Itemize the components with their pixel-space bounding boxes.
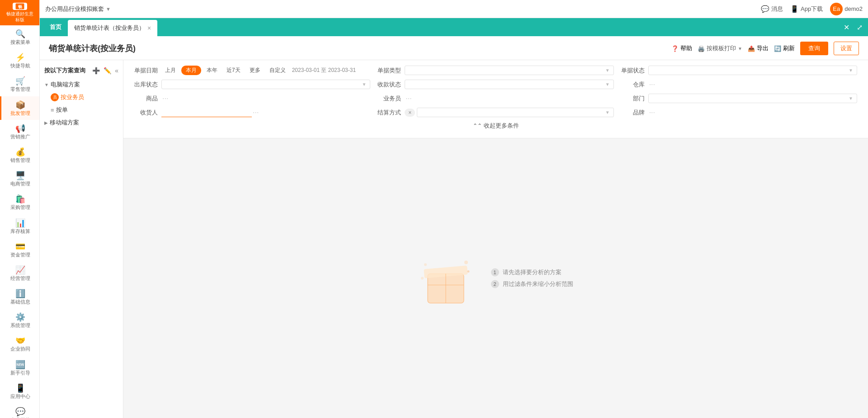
tree-item-order[interactable]: ≡ 按单 (40, 104, 123, 116)
sidebar-item-quicknav[interactable]: ⚡ 快捷导航 (0, 49, 39, 72)
collapse-label: 收起更多条件 (484, 122, 519, 130)
svg-point-7 (464, 261, 468, 264)
sidebar-item-appcenter[interactable]: 📱 应用中心 (0, 380, 39, 403)
type-select-arrow-icon: ▼ (605, 68, 610, 73)
sidebar-item-label: 快捷导航 (10, 63, 30, 69)
settings-button[interactable]: 设置 (834, 42, 859, 55)
filter-cell-type: 单据类型 ▼ (374, 66, 617, 75)
type-select[interactable]: ▼ (405, 66, 613, 75)
status-select[interactable]: ▼ (648, 66, 857, 75)
filter-cell-receiver: 收货人 ··· (131, 108, 374, 117)
refresh-btn[interactable]: 🔄 刷新 (774, 44, 795, 52)
left-panel: 按以下方案查询 ➕ ✏️ « ▼ 电脑端方案 员 按业务员 ≡ (40, 60, 123, 418)
date-this-month[interactable]: 本月 (181, 66, 201, 75)
add-scheme-icon[interactable]: ➕ (92, 67, 100, 74)
refresh-icon: 🔄 (774, 45, 781, 52)
edit-scheme-icon[interactable]: ✏️ (104, 67, 111, 74)
help-icon: ❓ (671, 45, 679, 52)
topbar: 办公用品行业模拟账套 ▼ 💬 消息 📱 App下载 Ea demo2 (40, 0, 868, 18)
sidebar-item-label: 搜索菜单 (10, 39, 30, 45)
sidebar-item-newuser[interactable]: 🆕 新手引导 (0, 356, 39, 380)
receiver-more-btn[interactable]: ··· (253, 109, 259, 117)
settlement-select[interactable]: ▼ (417, 108, 613, 117)
sidebar-item-label: 销售管理 (10, 157, 30, 163)
sidebar-item-wholesale[interactable]: 📦 批发管理 (0, 96, 39, 120)
sidebar-item-label: 库存核算 (10, 228, 30, 234)
sidebar-item-retail[interactable]: 🛒 零售管理 (0, 72, 39, 96)
message-btn[interactable]: 💬 消息 (761, 5, 783, 13)
empty-line1: 请先选择要分析的方案 (503, 268, 561, 276)
print-dropdown-icon: ▼ (738, 46, 742, 51)
out-status-select[interactable]: ▼ (161, 80, 370, 89)
tree-arrow-icon: ▼ (44, 82, 49, 87)
export-btn[interactable]: 📤 导出 (748, 44, 769, 52)
message-icon: 💬 (761, 5, 769, 13)
settlement-tag-close-btn[interactable]: × (408, 109, 411, 116)
salesperson-more-btn[interactable]: ··· (406, 95, 411, 103)
sidebar-item-sales[interactable]: 💰 销售管理 (0, 143, 39, 167)
template-print-label: 按模板打印 (707, 44, 736, 52)
sidebar-item-enterprise[interactable]: 🤝 企业协同 (0, 332, 39, 356)
tree-item-salesperson[interactable]: 员 按业务员 (40, 91, 123, 104)
order-icon: ≡ (51, 107, 54, 114)
sidebar-item-label: 系统管理 (10, 323, 30, 328)
filter-cell-settlement: 结算方式 × ▼ (374, 108, 617, 117)
date-7days[interactable]: 近7天 (223, 66, 244, 75)
filter-cell-goods: 商品 ··· (131, 94, 374, 103)
tab-home[interactable]: 首页 (43, 18, 68, 36)
empty-text-item-1: 1 请先选择要分析的方案 (491, 268, 573, 276)
collapse-more-btn[interactable]: ⌃⌃ 收起更多条件 (131, 119, 861, 133)
left-panel-title: 按以下方案查询 (44, 66, 85, 75)
sidebar-item-ecommerce[interactable]: 🖥️ 电商管理 (0, 167, 39, 190)
export-label: 导出 (757, 44, 769, 52)
filter-row-3: 商品 ··· 业务员 ··· 部门 (131, 94, 861, 103)
app-download-btn[interactable]: 📱 App下载 (790, 5, 823, 13)
tab-sales-stats[interactable]: 销货单统计表（按业务员） × (68, 20, 157, 36)
receiver-input[interactable] (161, 108, 252, 117)
system-icon: ⚙️ (15, 313, 25, 321)
filter-cell-salesperson: 业务员 ··· (374, 94, 617, 103)
collapse-panel-icon[interactable]: « (115, 67, 118, 74)
filter-row-4: 收货人 ··· 结算方式 × (131, 108, 861, 117)
sidebar-item-finance[interactable]: 💳 资金管理 (0, 238, 39, 261)
status-label: 单据状态 (621, 66, 645, 75)
salesperson-icon: 员 (51, 93, 59, 101)
sidebar-item-marketing[interactable]: 📢 营销推广 (0, 120, 39, 143)
topbar-left: 办公用品行业模拟账套 ▼ (45, 5, 111, 13)
department-label: 部门 (621, 95, 645, 103)
date-custom[interactable]: 自定义 (266, 66, 289, 75)
sidebar-item-operations[interactable]: 📈 经营管理 (0, 261, 39, 285)
empty-line2: 用过滤条件来缩小分析范围 (503, 280, 573, 288)
sidebar-item-wechat[interactable]: 💬 企业微信 (0, 403, 39, 418)
sidebar-item-search[interactable]: 🔍 搜索菜单 (0, 25, 39, 49)
tab-close-icon[interactable]: × (147, 25, 151, 31)
brand-more-btn[interactable]: ··· (649, 109, 655, 117)
date-this-year[interactable]: 本年 (203, 66, 221, 75)
sidebar-item-inventory[interactable]: 📊 库存核算 (0, 214, 39, 238)
sidebar-item-purchase[interactable]: 🛍️ 采购管理 (0, 190, 39, 214)
query-button[interactable]: 查询 (800, 42, 828, 55)
account-dropdown[interactable]: 办公用品行业模拟账套 ▼ (45, 5, 111, 13)
warehouse-more-btn[interactable]: ··· (649, 81, 655, 89)
help-btn[interactable]: ❓ 帮助 (671, 44, 692, 52)
goods-more-btn[interactable]: ··· (162, 95, 168, 103)
template-print-btn[interactable]: 🖨️ 按模板打印 ▼ (698, 44, 742, 52)
settlement-tag: × (405, 109, 415, 117)
topbar-right: 💬 消息 📱 App下载 Ea demo2 (761, 3, 863, 15)
user-menu[interactable]: Ea demo2 (830, 3, 863, 15)
marketing-icon: 📢 (15, 124, 25, 133)
operations-icon: 📈 (15, 266, 25, 274)
home-tab-label: 首页 (50, 23, 61, 31)
sidebar-item-label: 基础信息 (10, 299, 30, 305)
logo-text: 畅捷通好生意 标版 (6, 11, 33, 23)
receiver-label: 收货人 (134, 109, 158, 117)
date-more[interactable]: 更多 (246, 66, 264, 75)
close-window-btn[interactable]: ✕ (842, 21, 851, 33)
svg-text:畅: 畅 (18, 5, 22, 9)
sidebar-item-system[interactable]: ⚙️ 系统管理 (0, 309, 39, 332)
collect-status-select[interactable]: ▼ (405, 80, 613, 89)
department-select[interactable]: ▼ (648, 94, 857, 103)
date-last-month[interactable]: 上月 (161, 66, 179, 75)
sidebar-item-basic[interactable]: ℹ️ 基础信息 (0, 285, 39, 309)
fullscreen-btn[interactable]: ⤢ (855, 21, 864, 33)
